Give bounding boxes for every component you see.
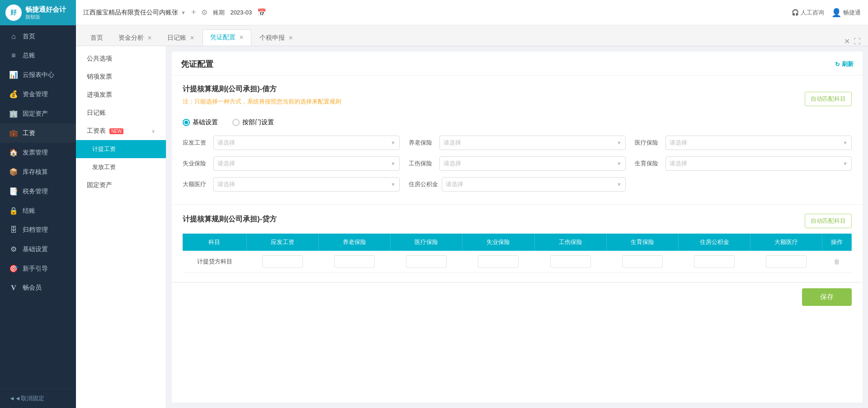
menu-item-pay-salary[interactable]: 发放工资 — [76, 158, 166, 176]
field-housing-fund-label: 住房公积金 — [409, 180, 438, 188]
field-housing-fund: 住房公积金 请选择 ▼ — [409, 177, 626, 192]
tax-icon: 📑 — [9, 187, 18, 196]
sidebar-item-salary[interactable]: 💼 工资 — [0, 123, 76, 143]
service-button[interactable]: 🎧 人工咨询 — [792, 9, 824, 17]
sidebar-item-vip[interactable]: V 畅会员 — [0, 278, 76, 297]
tab-home-label: 首页 — [90, 34, 103, 42]
add-company-icon[interactable]: + — [191, 8, 196, 17]
input-medical[interactable] — [406, 255, 447, 268]
sidebar-label-ledger: 总账 — [23, 52, 35, 60]
input-housing[interactable] — [694, 255, 735, 268]
tab-journal-close-icon[interactable]: ✕ — [190, 35, 194, 41]
service-label: 人工咨询 — [801, 9, 824, 17]
delete-row-icon[interactable]: 🗑 — [834, 258, 840, 265]
sidebar-item-guide[interactable]: 🎯 新手引导 — [0, 259, 76, 278]
field-medical-label: 医疗保险 — [635, 139, 662, 147]
credit-table: 科目 应发工资 养老保险 医疗保险 失业保险 工伤保险 生育保险 住房公积金 大… — [183, 234, 852, 273]
tab-fund-close-icon[interactable]: ✕ — [147, 35, 152, 41]
col-pension: 养老保险 — [318, 234, 390, 251]
topbar: 江西服宝精品有限责任公司内账张 ▼ + ⚙ 账期 2023-03 📅 🎧 人工咨… — [76, 0, 868, 25]
sidebar-item-invoices[interactable]: 🏠 发票管理 — [0, 143, 76, 162]
menu-item-calc-salary[interactable]: 计提工资 — [76, 140, 166, 158]
col-large-medical: 大额医疗 — [750, 234, 822, 251]
tab-tax-return[interactable]: 个税申报 ✕ — [252, 30, 300, 46]
menu-item-journal[interactable]: 日记账 — [76, 104, 166, 122]
field-housing-fund-select[interactable]: 请选择 ▼ — [442, 177, 626, 192]
sidebar-item-reports[interactable]: 📊 云报表中心 — [0, 65, 76, 84]
input-pension[interactable] — [334, 255, 375, 268]
field-pension-select[interactable]: 请选择 ▼ — [439, 136, 626, 150]
radio-basic-dot — [184, 121, 188, 124]
field-maternity-label: 生育保险 — [635, 159, 662, 168]
input-salary[interactable] — [262, 255, 303, 268]
field-maternity: 生育保险 请选择 ▼ — [635, 156, 852, 171]
sidebar-item-inventory[interactable]: 📦 库存核算 — [0, 162, 76, 182]
field-salary-arrow-icon: ▼ — [391, 140, 396, 145]
field-salary-select[interactable]: 请选择 ▼ — [213, 136, 400, 150]
sidebar-item-settings[interactable]: ⚙ 基础设置 — [0, 239, 76, 259]
sidebar-label-funds: 资金管理 — [23, 90, 48, 98]
sidebar-label-archive: 归档管理 — [23, 226, 48, 234]
field-pension-placeholder: 请选择 — [443, 139, 461, 147]
tabbar-actions: ✕ ⛶ — [844, 37, 861, 46]
field-unemployment-select[interactable]: 请选择 ▼ — [213, 156, 400, 171]
sidebar-item-home[interactable]: ⌂ 首页 — [0, 27, 76, 46]
cell-housing — [678, 251, 750, 273]
menu-item-public[interactable]: 公共选项 — [76, 50, 166, 68]
radio-basic[interactable]: 基础设置 — [183, 118, 218, 127]
sidebar-item-close[interactable]: 🔒 结账 — [0, 201, 76, 220]
sidebar-item-funds[interactable]: 💰 资金管理 — [0, 84, 76, 104]
company-selector[interactable]: 江西服宝精品有限责任公司内账张 ▼ — [83, 9, 186, 17]
calendar-icon[interactable]: 📅 — [257, 8, 266, 17]
col-medical: 医疗保险 — [391, 234, 462, 251]
tab-fund-analysis[interactable]: 资金分析 ✕ — [111, 30, 159, 46]
input-large-medical[interactable] — [766, 255, 807, 268]
menu-item-salary-table[interactable]: 工资表 NEW ∨ — [76, 122, 166, 140]
field-injury-select[interactable]: 请选择 ▼ — [439, 156, 626, 171]
field-large-medical-select[interactable]: 请选择 ▼ — [213, 177, 400, 192]
save-button[interactable]: 保存 — [802, 288, 852, 306]
topbar-actions: 🎧 人工咨询 👤 畅捷通 — [792, 8, 861, 18]
refresh-button[interactable]: ↻ 刷新 — [835, 60, 854, 68]
tab-home[interactable]: 首页 — [83, 30, 110, 46]
field-medical-select[interactable]: 请选择 ▼ — [665, 136, 852, 150]
input-unemployment[interactable] — [478, 255, 519, 268]
credit-section: 计提核算规则(公司承担)-贷方 自动匹配科目 科目 应发工资 养老保险 医疗保险… — [172, 205, 863, 282]
debit-title-block: 计提核算规则(公司承担)-借方 注：只能选择一种方式，系统将按照您当前的选择来配… — [183, 84, 341, 113]
input-injury[interactable] — [550, 255, 591, 268]
tab-voucher-config[interactable]: 凭证配置 ✕ — [203, 29, 251, 46]
col-actions: 操作 — [822, 234, 852, 251]
expand-icon[interactable]: ⛶ — [854, 38, 861, 46]
tab-tax-close-icon[interactable]: ✕ — [288, 35, 293, 41]
menu-salary-table-label: 工资表 NEW — [87, 127, 123, 135]
logo-icon: 好 — [5, 5, 22, 21]
salary-icon: 💼 — [9, 129, 18, 137]
close-all-icon[interactable]: ✕ — [844, 37, 850, 46]
settings-gear-icon[interactable]: ⚙ — [201, 8, 208, 17]
sidebar-item-assets[interactable]: 🏢 固定资产 — [0, 104, 76, 123]
field-injury: 工伤保险 请选择 ▼ — [409, 156, 626, 171]
radio-dept-label: 按部门设置 — [242, 118, 274, 127]
menu-item-fixed-assets[interactable]: 固定资产 — [76, 176, 166, 194]
menu-item-purchase[interactable]: 进项发票 — [76, 86, 166, 104]
field-unemployment-arrow-icon: ▼ — [391, 161, 396, 166]
debit-form-grid: 应发工资 请选择 ▼ 养老保险 请选择 ▼ 医疗 — [183, 136, 852, 192]
tab-voucher-close-icon[interactable]: ✕ — [239, 34, 244, 41]
field-housing-fund-placeholder: 请选择 — [446, 180, 463, 188]
sidebar-item-archive[interactable]: 🗄 归档管理 — [0, 220, 76, 239]
field-maternity-select[interactable]: 请选择 ▼ — [665, 156, 852, 171]
user-button[interactable]: 👤 畅捷通 — [831, 8, 861, 18]
assets-icon: 🏢 — [9, 109, 18, 118]
input-maternity[interactable] — [622, 255, 663, 268]
menu-item-sales[interactable]: 销项发票 — [76, 68, 166, 86]
unpin-button[interactable]: ◄◄取消固定 — [0, 389, 76, 408]
cell-unemployment — [462, 251, 534, 273]
user-avatar-icon: 👤 — [831, 8, 841, 18]
sidebar-item-ledger[interactable]: ≡ 总账 — [0, 46, 76, 65]
sidebar-item-tax[interactable]: 📑 税务管理 — [0, 182, 76, 201]
tab-journal[interactable]: 日记账 ✕ — [160, 30, 202, 46]
credit-auto-match-button[interactable]: 自动匹配科目 — [805, 214, 852, 228]
sidebar-label-tax: 税务管理 — [23, 188, 48, 196]
radio-dept[interactable]: 按部门设置 — [232, 118, 274, 127]
debit-auto-match-button[interactable]: 自动匹配科目 — [805, 92, 852, 106]
